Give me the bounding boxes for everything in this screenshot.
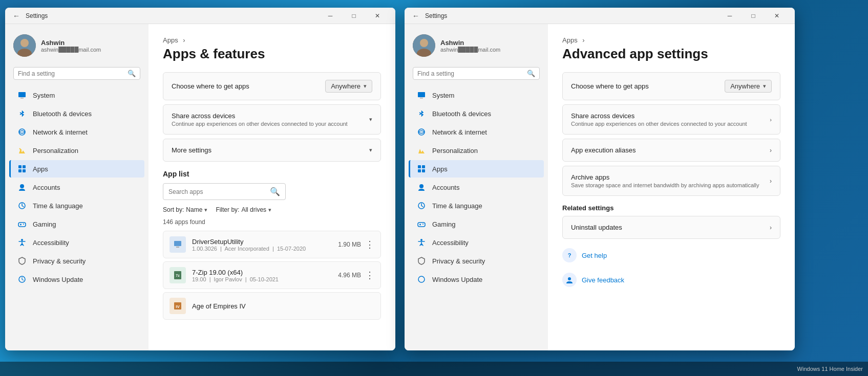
nav-label-system-left: System bbox=[33, 92, 55, 99]
title-bar-left: ← Settings ─ □ ✕ bbox=[5, 8, 395, 24]
time-icon-right bbox=[417, 201, 426, 210]
sidebar-item-network-right[interactable]: Network & internet bbox=[409, 123, 544, 141]
app-more-7zip[interactable]: ⋮ bbox=[365, 270, 374, 281]
more-settings-row-left[interactable]: More settings ▾ bbox=[163, 139, 381, 162]
nav-label-network-right: Network & internet bbox=[432, 128, 487, 136]
give-feedback-icon bbox=[562, 273, 577, 287]
breadcrumb-apps-right[interactable]: Apps bbox=[562, 36, 578, 44]
nav-label-gaming-right: Gaming bbox=[432, 220, 456, 228]
sidebar-item-gaming-right[interactable]: Gaming bbox=[409, 215, 544, 233]
app-search-input[interactable] bbox=[168, 188, 270, 195]
close-button-right[interactable]: ✕ bbox=[765, 8, 789, 24]
search-input-left[interactable] bbox=[18, 70, 128, 77]
sidebar-item-update-left[interactable]: Windows Update bbox=[9, 271, 144, 288]
sort-btn[interactable]: Sort by: Name ▾ bbox=[163, 206, 207, 213]
back-button-right[interactable]: ← bbox=[411, 11, 421, 21]
page-title-right: Advanced app settings bbox=[562, 46, 780, 62]
window-title-right: Settings bbox=[425, 12, 718, 19]
user-profile-left[interactable]: Ashwin ashwin█████mail.com bbox=[5, 30, 149, 61]
sidebar-item-accessibility-right[interactable]: Accessibility bbox=[409, 234, 544, 251]
choose-apps-row-left[interactable]: Choose where to get apps Anywhere ▾ bbox=[163, 72, 381, 100]
sidebar-item-accessibility-left[interactable]: Accessibility bbox=[9, 234, 144, 251]
sidebar-item-apps-right[interactable]: Apps bbox=[409, 160, 544, 178]
uninstall-updates-row[interactable]: Uninstall updates › bbox=[562, 216, 780, 239]
sidebar-item-system-right[interactable]: System bbox=[409, 86, 544, 104]
svg-point-35 bbox=[419, 184, 424, 188]
sidebar-item-bluetooth-left[interactable]: Bluetooth & devices bbox=[9, 105, 144, 122]
sort-chevron-icon: ▾ bbox=[204, 207, 207, 213]
bluetooth-icon-right bbox=[417, 109, 426, 118]
chevron-down-icon: ▾ bbox=[364, 83, 367, 90]
archive-apps-row[interactable]: Archive apps Save storage space and inte… bbox=[562, 166, 780, 196]
back-button-left[interactable]: ← bbox=[11, 11, 22, 21]
choose-apps-title-left: Choose where to get apps bbox=[172, 82, 325, 90]
sidebar-item-privacy-right[interactable]: Privacy & security bbox=[409, 252, 544, 270]
update-icon-right bbox=[417, 275, 426, 284]
user-profile-right[interactable]: Ashwin ashwin█████mail.com bbox=[405, 30, 548, 61]
sidebar-item-time-right[interactable]: Time & language bbox=[409, 197, 544, 214]
minimize-button-left[interactable]: ─ bbox=[319, 8, 342, 24]
sidebar-item-personalization-left[interactable]: Personalization bbox=[9, 142, 144, 159]
svg-rect-13 bbox=[18, 223, 26, 227]
nav-label-personalization-right: Personalization bbox=[432, 147, 478, 154]
give-feedback-row[interactable]: Give feedback bbox=[562, 268, 780, 292]
svg-rect-34 bbox=[422, 169, 425, 172]
minimize-button-right[interactable]: ─ bbox=[718, 8, 742, 24]
filter-btn[interactable]: Filter by: All drives ▾ bbox=[216, 206, 271, 213]
svg-point-16 bbox=[23, 224, 24, 225]
sidebar-item-gaming-left[interactable]: Gaming bbox=[9, 215, 144, 233]
app-icon-driver bbox=[170, 236, 186, 253]
sidebar-item-bluetooth-right[interactable]: Bluetooth & devices bbox=[409, 105, 544, 122]
search-box-left[interactable]: 🔍 bbox=[13, 67, 140, 80]
sidebar-item-privacy-left[interactable]: Privacy & security bbox=[9, 252, 144, 270]
svg-rect-3 bbox=[18, 92, 26, 97]
app-execution-row[interactable]: App execution aliases › bbox=[562, 139, 780, 162]
sidebar-item-apps-left[interactable]: Apps bbox=[9, 160, 144, 178]
svg-point-5 bbox=[19, 129, 25, 135]
sidebar-item-update-right[interactable]: Windows Update bbox=[409, 271, 544, 288]
maximize-button-right[interactable]: □ bbox=[742, 8, 765, 24]
more-settings-title-left: More settings bbox=[172, 146, 369, 154]
sidebar-item-system-left[interactable]: System bbox=[9, 86, 144, 104]
nav-label-privacy-right: Privacy & security bbox=[432, 257, 485, 265]
search-icon-left: 🔍 bbox=[128, 70, 136, 77]
nav-label-gaming-left: Gaming bbox=[33, 220, 56, 228]
share-devices-row-left[interactable]: Share across devices Continue app experi… bbox=[163, 104, 381, 135]
nav-label-accessibility-left: Accessibility bbox=[33, 239, 69, 247]
app-info-7zip: 7-Zip 19.00 (x64) 19.00 | Igor Pavlov | … bbox=[192, 269, 338, 282]
anywhere-dropdown-left[interactable]: Anywhere ▾ bbox=[325, 80, 372, 93]
sidebar-item-personalization-right[interactable]: Personalization bbox=[409, 142, 544, 159]
maximize-button-left[interactable]: □ bbox=[342, 8, 366, 24]
choose-apps-row-right[interactable]: Choose where to get apps Anywhere ▾ bbox=[562, 72, 780, 100]
gaming-icon-left bbox=[17, 219, 27, 229]
nav-label-time-left: Time & language bbox=[33, 202, 83, 210]
app-search-box[interactable]: 🔍 bbox=[163, 183, 286, 200]
sidebar-item-network-left[interactable]: Network & internet bbox=[9, 123, 144, 141]
nav-label-bluetooth-left: Bluetooth & devices bbox=[33, 110, 92, 118]
nav-label-update-right: Windows Update bbox=[432, 276, 482, 283]
chevron-expand-icon-left: ▾ bbox=[369, 116, 372, 123]
breadcrumb-apps-left[interactable]: Apps bbox=[163, 36, 178, 44]
sidebar-item-accounts-right[interactable]: Accounts bbox=[409, 179, 544, 196]
svg-point-40 bbox=[422, 224, 424, 225]
search-input-right[interactable] bbox=[417, 70, 527, 77]
search-box-right[interactable]: 🔍 bbox=[413, 67, 540, 80]
get-help-row[interactable]: ? Get help bbox=[562, 243, 780, 268]
sidebar-item-accounts-left[interactable]: Accounts bbox=[9, 179, 144, 196]
user-email-left: ashwin█████mail.com bbox=[41, 47, 140, 53]
close-button-left[interactable]: ✕ bbox=[366, 8, 389, 24]
privacy-icon-left bbox=[17, 256, 27, 266]
nav-label-apps-left: Apps bbox=[33, 165, 48, 173]
accessibility-icon-left bbox=[17, 238, 27, 247]
chevron-down-icon-right: ▾ bbox=[763, 83, 766, 90]
get-help-label: Get help bbox=[582, 252, 607, 259]
svg-text:?: ? bbox=[568, 252, 571, 258]
anywhere-dropdown-right[interactable]: Anywhere ▾ bbox=[725, 80, 772, 93]
share-devices-row-right[interactable]: Share across devices Continue app experi… bbox=[562, 104, 780, 135]
app-more-driver[interactable]: ⋮ bbox=[365, 239, 374, 250]
svg-point-41 bbox=[420, 239, 422, 241]
gaming-icon-right bbox=[417, 219, 426, 229]
page-title-left: Apps & features bbox=[163, 46, 381, 62]
archive-apps-title: Archive apps bbox=[571, 173, 770, 181]
sidebar-item-time-left[interactable]: Time & language bbox=[9, 197, 144, 214]
